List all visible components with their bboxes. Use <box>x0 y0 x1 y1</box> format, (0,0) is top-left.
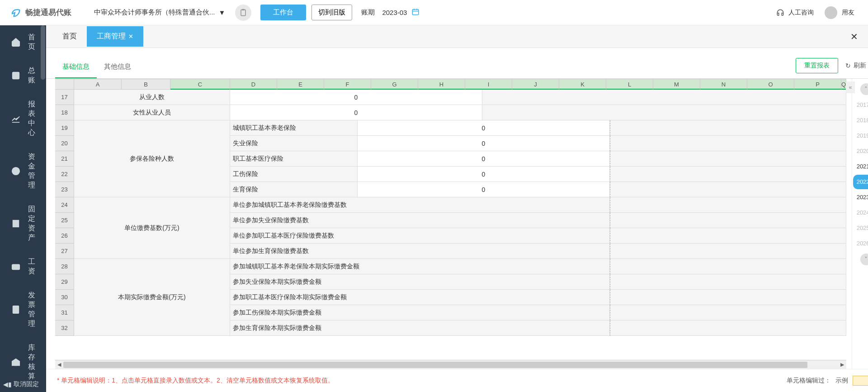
row-header[interactable]: 27 <box>55 244 74 259</box>
col-J[interactable]: J <box>512 79 559 90</box>
cell-item[interactable]: 生育保险 <box>230 182 358 197</box>
sidebar-item-tax[interactable]: 税务管理 <box>0 388 46 392</box>
col-O[interactable]: O <box>747 79 794 90</box>
reset-report-button[interactable]: 重置报表 <box>796 58 838 73</box>
unpin-button[interactable]: ◀▮取消固定 <box>3 380 39 388</box>
cell[interactable] <box>610 259 846 274</box>
row-header[interactable]: 26 <box>55 228 74 244</box>
year-2020[interactable]: 2020年 <box>853 144 868 158</box>
col-F[interactable]: F <box>324 79 371 90</box>
cell-item[interactable]: 单位参加职工基本医疗保险缴费基数 <box>230 228 610 244</box>
cell-item[interactable]: 城镇职工基本养老保险 <box>230 120 358 136</box>
cell-item[interactable]: 参加生育保险本期实际缴费金额 <box>230 320 610 336</box>
cell[interactable] <box>610 197 846 213</box>
row-header[interactable]: 19 <box>55 120 74 136</box>
cell-item[interactable]: 职工基本医疗保险 <box>230 151 358 167</box>
row-header[interactable]: 18 <box>55 105 74 120</box>
user-menu[interactable]: 用友 <box>825 6 854 19</box>
cell[interactable] <box>482 105 846 120</box>
cell-value[interactable]: 0 <box>358 167 610 182</box>
calendar-icon[interactable] <box>411 8 420 17</box>
col-I[interactable]: I <box>465 79 512 90</box>
sidebar-item-ledger[interactable]: 总账 <box>0 59 46 92</box>
expand-panel-icon[interactable]: « <box>846 81 855 93</box>
cell-item[interactable]: 单位参加城镇职工基本养老保险缴费基数 <box>230 197 610 213</box>
cell-item[interactable]: 参加职工基本医疗保险本期实际缴费金额 <box>230 290 610 305</box>
row-header[interactable]: 28 <box>55 259 74 274</box>
cell[interactable] <box>610 228 846 244</box>
cell-item[interactable]: 参加工伤保险本期实际缴费金额 <box>230 305 610 320</box>
cell[interactable] <box>610 151 846 167</box>
cell-label[interactable]: 从业人数 <box>74 90 230 105</box>
cell-value[interactable]: 0 <box>358 151 610 167</box>
year-up-icon[interactable]: ˄ <box>860 83 868 95</box>
sidebar-item-salary[interactable]: 工资 <box>0 250 46 283</box>
col-C[interactable]: C <box>170 79 230 90</box>
workbench-button[interactable]: 工作台 <box>260 5 306 20</box>
cell[interactable] <box>610 305 846 320</box>
cell-item[interactable]: 单位参加失业保险缴费基数 <box>230 213 610 228</box>
cell[interactable] <box>610 136 846 151</box>
tab-business-admin[interactable]: 工商管理✕ <box>87 26 143 47</box>
cell[interactable] <box>482 90 846 105</box>
col-B[interactable]: B <box>122 79 170 90</box>
cell[interactable] <box>610 167 846 182</box>
cell-item[interactable]: 参加失业保险本期实际缴费金额 <box>230 274 610 290</box>
sheet-body[interactable]: 17 从业人数 0 18 女性从业人员 0 <box>55 90 846 360</box>
cell-item[interactable]: 工伤保险 <box>230 167 358 182</box>
cell[interactable] <box>610 182 846 197</box>
year-2018[interactable]: 2018年 <box>853 113 868 128</box>
cell[interactable] <box>610 320 846 336</box>
subtab-basic[interactable]: 基础信息 <box>55 57 97 78</box>
row-header[interactable]: 23 <box>55 182 74 197</box>
cell-value[interactable]: 0 <box>358 136 610 151</box>
sidebar-item-invoice[interactable]: 发票管理 <box>0 283 46 336</box>
col-M[interactable]: M <box>653 79 700 90</box>
year-2017[interactable]: 2017年 <box>853 98 868 112</box>
cell-item[interactable]: 参加城镇职工基本养老保险本期实际缴费金额 <box>230 259 610 274</box>
row-header[interactable]: 20 <box>55 136 74 151</box>
year-2024[interactable]: 2024年 <box>853 206 868 220</box>
col-L[interactable]: L <box>606 79 653 90</box>
year-2021[interactable]: 2021年 <box>853 159 868 174</box>
cell-group-label[interactable]: 单位缴费基数(万元) <box>74 197 230 259</box>
cell[interactable] <box>610 290 846 305</box>
cell-item[interactable]: 失业保险 <box>230 136 358 151</box>
row-header[interactable]: 21 <box>55 151 74 167</box>
org-selector[interactable]: 中审众环会计师事务所（特殊普通合伙... ▼ <box>89 8 231 17</box>
horizontal-scrollbar[interactable]: ◀ ▶ <box>55 360 846 369</box>
sidebar-item-reports[interactable]: 报表中心 <box>0 92 46 145</box>
old-version-button[interactable]: 切到旧版 <box>311 5 352 20</box>
col-G[interactable]: G <box>371 79 418 90</box>
cell-group-label[interactable]: 本期实际缴费金额(万元) <box>74 259 230 336</box>
cell-value[interactable]: 0 <box>230 90 482 105</box>
cell-value[interactable]: 0 <box>230 105 482 120</box>
sidebar-item-assets[interactable]: 固定资产 <box>0 197 46 250</box>
row-header[interactable]: 17 <box>55 90 74 105</box>
col-D[interactable]: D <box>230 79 277 90</box>
cell[interactable] <box>610 120 846 136</box>
col-K[interactable]: K <box>559 79 606 90</box>
row-header[interactable]: 30 <box>55 290 74 305</box>
col-P[interactable]: P <box>794 79 841 90</box>
cell-group-label[interactable]: 参保各险种人数 <box>74 120 230 197</box>
cell[interactable] <box>610 213 846 228</box>
cell[interactable] <box>610 244 846 259</box>
row-header[interactable]: 24 <box>55 197 74 213</box>
consult-link[interactable]: 人工咨询 <box>776 8 814 17</box>
subtab-other[interactable]: 其他信息 <box>97 57 138 78</box>
scroll-thumb[interactable] <box>63 362 807 368</box>
row-header[interactable]: 32 <box>55 320 74 336</box>
row-header[interactable]: 31 <box>55 305 74 320</box>
year-2026[interactable]: 2026年 <box>853 236 868 251</box>
close-all-button[interactable]: ✕ <box>846 29 863 44</box>
tab-home[interactable]: 首页 <box>52 26 87 47</box>
year-2022[interactable]: 2022年 <box>853 175 868 189</box>
col-A[interactable]: A <box>74 79 122 90</box>
cell-value[interactable]: 0 <box>358 120 610 136</box>
refresh-button[interactable]: ↻刷新 <box>845 62 866 70</box>
scroll-left-icon[interactable]: ◀ <box>55 361 63 369</box>
year-down-icon[interactable]: ˅ <box>860 253 868 265</box>
col-E[interactable]: E <box>277 79 324 90</box>
row-header[interactable]: 22 <box>55 167 74 182</box>
